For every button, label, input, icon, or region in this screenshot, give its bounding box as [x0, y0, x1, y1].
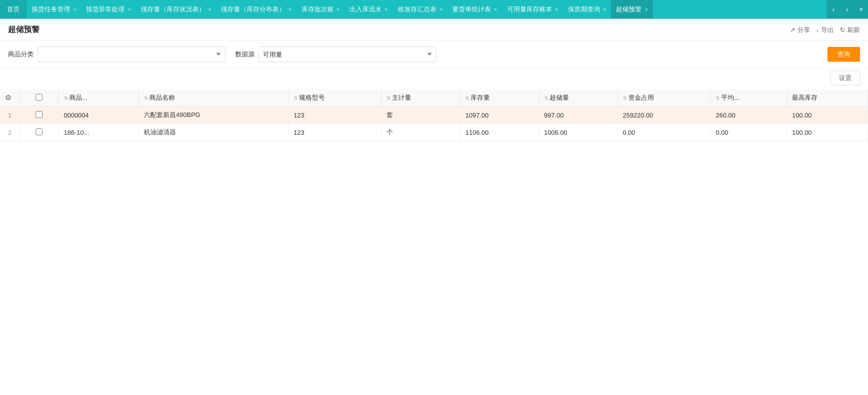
unit-cell: 个	[382, 124, 460, 141]
th-unit-label: 主计量	[392, 93, 411, 102]
select-all-checkbox[interactable]	[36, 94, 43, 101]
page-header: 超储预警 ↗ 分享 ↓ 导出 ↻ 刷新	[0, 19, 868, 40]
nav-order-stats-close[interactable]: ×	[494, 6, 497, 12]
spec-cell: 123	[289, 124, 382, 141]
category-label: 商品分类	[8, 50, 34, 59]
th-product-name: ⇅ 商品名称	[139, 89, 289, 107]
nav-pick-exception[interactable]: 拣货异常处理 ×	[81, 0, 135, 19]
th-stock-sort-icon: ⇅	[465, 95, 469, 101]
nav-pick-exception-close[interactable]: ×	[128, 6, 130, 12]
th-settings: ⚙	[0, 89, 20, 107]
th-product-code-label: 商品...	[69, 93, 87, 102]
product-name-cell: 六配套新昌490BPG	[139, 107, 289, 124]
category-select[interactable]	[38, 46, 225, 62]
nav-batch-ledger[interactable]: 库存批次账 ×	[297, 0, 345, 19]
refresh-button[interactable]: ↻ 刷新	[840, 26, 860, 35]
th-avg-sort-icon: ⇅	[716, 95, 720, 101]
row-checkbox-1[interactable]	[36, 128, 43, 135]
nav-shelf-life-label: 保质期查询	[568, 5, 600, 14]
th-product-code: ⇅ 商品...	[58, 89, 138, 107]
data-table-container: ⚙ ⇅ 商品... ⇅ 商品名称	[0, 89, 868, 141]
nav-shelf-life[interactable]: 保质期查询 ×	[563, 0, 611, 19]
nav-inout-flow[interactable]: 出入库流水 ×	[345, 0, 392, 19]
nav-shelf-life-close[interactable]: ×	[603, 6, 606, 12]
settings-button[interactable]: 设置	[830, 71, 860, 85]
nav-available-ledger-close[interactable]: ×	[555, 6, 558, 12]
nav-arrow-left[interactable]: ‹	[826, 0, 840, 19]
table-body: 10000004六配套新昌490BPG123套1097.00997.002592…	[0, 107, 868, 141]
nav-home[interactable]: 首页	[0, 0, 27, 19]
nav-stock-status-label: 现存量（库存状况表）	[141, 5, 205, 14]
nav-available-ledger-label: 可用量库存账本	[507, 5, 552, 14]
capital-cell: 259220.00	[617, 107, 710, 124]
overstock-table: ⚙ ⇅ 商品... ⇅ 商品名称	[0, 89, 868, 141]
product-code-cell: 186-10...	[58, 124, 138, 141]
th-overstock: ⇅ 超储量	[539, 89, 617, 107]
row-num-cell: 1	[0, 107, 20, 124]
max-stock-cell: 100.00	[787, 107, 868, 124]
nav-order-stats[interactable]: 要货单统计表 ×	[447, 0, 502, 19]
th-overstock-sort-icon: ⇅	[544, 95, 548, 101]
nav-receive-summary-close[interactable]: ×	[439, 6, 442, 12]
unit-cell: 套	[382, 107, 460, 124]
th-stock-label: 库存量	[471, 93, 490, 102]
row-num-cell: 2	[0, 124, 20, 141]
datasource-select[interactable]: 可用量 库存量	[259, 46, 436, 62]
th-unit-sort-icon: ⇅	[387, 95, 391, 101]
nav-pick-task-label: 拣货任务管理	[32, 5, 70, 14]
page-title: 超储预警	[8, 25, 40, 35]
nav-arrow-right[interactable]: ›	[840, 0, 854, 19]
capital-cell: 0.00	[617, 124, 710, 141]
overstock-cell: 1006.00	[539, 124, 617, 141]
th-spec: ⇅ 规格型号	[289, 89, 382, 107]
share-button[interactable]: ↗ 分享	[790, 26, 810, 35]
filter-bar: 商品分类 数据源 可用量 库存量 查询	[0, 40, 868, 69]
nav-batch-ledger-close[interactable]: ×	[337, 6, 340, 12]
query-button[interactable]: 查询	[827, 47, 860, 62]
nav-pick-task-close[interactable]: ×	[73, 6, 76, 12]
page-actions: ↗ 分享 ↓ 导出 ↻ 刷新	[790, 26, 861, 35]
stock-cell: 1097.00	[460, 107, 539, 124]
nav-stock-status[interactable]: 现存量（库存状况表） ×	[136, 0, 216, 19]
th-capital: ⇅ 资金占用	[617, 89, 710, 107]
settings-row: 设置	[0, 69, 868, 89]
product-name-cell: 机油滤清器	[139, 124, 289, 141]
th-product-code-sort-icon: ⇅	[64, 95, 68, 101]
overstock-cell: 997.00	[539, 107, 617, 124]
nav-pick-exception-label: 拣货异常处理	[86, 5, 125, 14]
refresh-label: 刷新	[847, 26, 860, 35]
th-unit: ⇅ 主计量	[382, 89, 460, 107]
checkbox-cell[interactable]	[20, 107, 58, 124]
th-capital-sort-icon: ⇅	[623, 95, 627, 101]
stock-cell: 1106.00	[460, 124, 539, 141]
nav-arrow-close[interactable]: ×	[854, 0, 868, 19]
checkbox-cell[interactable]	[20, 124, 58, 141]
nav-pick-task[interactable]: 拣货任务管理 ×	[27, 0, 81, 19]
nav-inout-flow-close[interactable]: ×	[385, 6, 388, 12]
avg-cell: 260.00	[711, 107, 787, 124]
nav-receive-summary[interactable]: 收发存汇总表 ×	[393, 0, 447, 19]
nav-stock-status-close[interactable]: ×	[208, 6, 211, 12]
nav-receive-summary-label: 收发存汇总表	[398, 5, 436, 14]
datasource-filter: 数据源 可用量 库存量	[235, 46, 436, 62]
table-row: 10000004六配套新昌490BPG123套1097.00997.002592…	[0, 107, 868, 124]
row-checkbox-0[interactable]	[36, 111, 43, 118]
avg-cell: 0.00	[711, 124, 787, 141]
nav-overstock-warning-close[interactable]: ×	[645, 6, 648, 12]
export-label: 导出	[821, 26, 834, 35]
share-label: 分享	[797, 26, 810, 35]
th-overstock-label: 超储量	[550, 93, 569, 102]
export-icon: ↓	[816, 26, 820, 34]
gear-icon[interactable]: ⚙	[5, 93, 11, 102]
page-content: 超储预警 ↗ 分享 ↓ 导出 ↻ 刷新 商品分类 数据源	[0, 19, 868, 395]
nav-available-ledger[interactable]: 可用量库存账本 ×	[502, 0, 563, 19]
product-code-cell: 0000004	[58, 107, 138, 124]
th-avg-label: 平均...	[721, 93, 739, 102]
nav-stock-dist-label: 现存量（库存分布表）	[221, 5, 285, 14]
nav-overstock-warning[interactable]: 超储预警 ×	[611, 0, 652, 19]
nav-stock-dist[interactable]: 现存量（库存分布表） ×	[216, 0, 296, 19]
nav-home-label: 首页	[7, 5, 20, 14]
nav-stock-dist-close[interactable]: ×	[288, 6, 291, 12]
export-button[interactable]: ↓ 导出	[816, 26, 834, 35]
nav-inout-flow-label: 出入库流水	[349, 5, 382, 14]
